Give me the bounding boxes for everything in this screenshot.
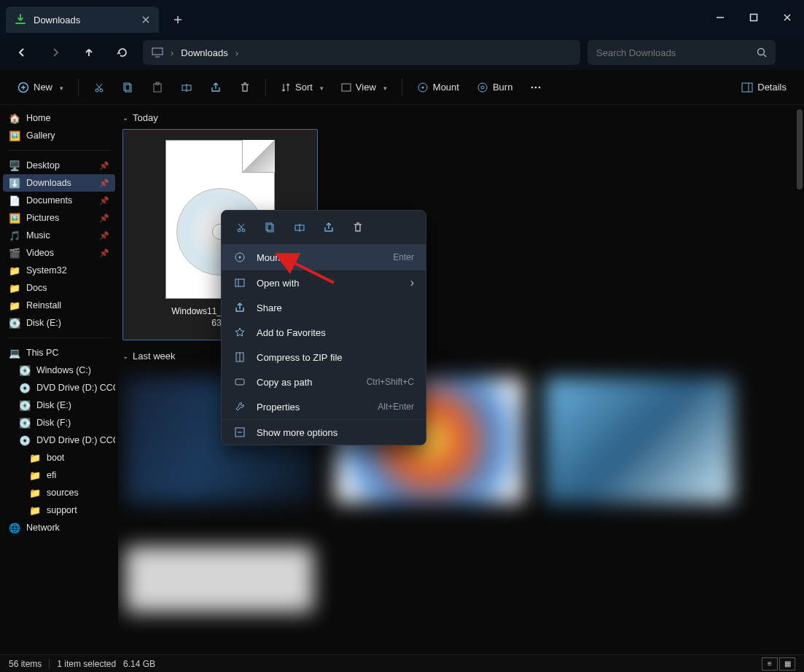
breadcrumb[interactable]: › Downloads › — [143, 40, 580, 65]
sidebar-docs[interactable]: 📁Docs — [3, 279, 115, 297]
star-icon — [233, 326, 246, 339]
maximize-button[interactable] — [737, 3, 770, 32]
pin-icon: 📌 — [99, 249, 109, 258]
svg-rect-19 — [742, 83, 752, 92]
sidebar-network[interactable]: 🌐Network — [3, 519, 115, 536]
sidebar-disk-f[interactable]: 💽Disk (F:) — [3, 414, 115, 431]
ctx-more-options[interactable]: Show more options — [222, 420, 426, 445]
view-button[interactable]: View — [334, 75, 394, 100]
scrollbar-thumb[interactable] — [797, 109, 803, 190]
sidebar-label: Documents — [26, 195, 72, 206]
search-box[interactable] — [588, 40, 776, 65]
ctx-share-button[interactable] — [319, 218, 338, 237]
ctx-label: Mount — [257, 252, 383, 263]
ctx-mount[interactable]: Mount Enter — [222, 245, 426, 270]
sidebar-gallery[interactable]: 🖼️Gallery — [3, 127, 115, 144]
sidebar-pictures[interactable]: 🖼️Pictures📌 — [3, 209, 115, 227]
downloads-icon — [15, 14, 26, 26]
sidebar-disk-e[interactable]: 💽Disk (E:) — [3, 314, 115, 332]
svg-point-14 — [478, 83, 487, 92]
icons-view-button[interactable]: ▦ — [779, 657, 795, 671]
music-icon: 🎵 — [9, 230, 20, 241]
sidebar-system32[interactable]: 📁System32 — [3, 262, 115, 279]
sidebar-desktop[interactable]: 🖥️Desktop📌 — [3, 157, 115, 174]
close-window-button[interactable] — [770, 3, 804, 32]
sidebar-dvd-d2[interactable]: 💿DVD Drive (D:) CCCC — [3, 431, 115, 449]
sidebar-label: Docs — [26, 283, 47, 293]
details-view-button[interactable]: ≡ — [762, 657, 778, 671]
wrench-icon — [233, 400, 246, 413]
chevron-right-icon[interactable]: › — [231, 47, 243, 58]
sidebar-this-pc[interactable]: 💻This PC — [3, 344, 115, 362]
back-button[interactable] — [9, 39, 35, 66]
ctx-rename-button[interactable] — [290, 218, 309, 237]
up-button[interactable] — [76, 39, 102, 66]
share-button[interactable] — [203, 75, 229, 100]
ctx-label: Copy as path — [257, 377, 356, 388]
mount-button[interactable]: Mount — [410, 75, 467, 100]
status-size: 6.14 GB — [123, 659, 155, 669]
sidebar-disk-e2[interactable]: 💽Disk (E:) — [3, 396, 115, 414]
paste-button[interactable] — [144, 75, 171, 100]
sidebar-support[interactable]: 📁support — [3, 501, 115, 519]
window-tab[interactable]: Downloads — [6, 7, 159, 33]
sidebar-label: Disk (E:) — [26, 318, 61, 328]
sidebar-label: sources — [47, 488, 79, 498]
breadcrumb-current[interactable]: Downloads — [181, 47, 227, 58]
ctx-add-favorites[interactable]: Add to Favorites — [222, 320, 426, 345]
pin-icon: 📌 — [99, 196, 109, 206]
minimize-button[interactable] — [703, 3, 737, 32]
copy-button[interactable] — [115, 75, 141, 100]
forward-button[interactable] — [42, 39, 69, 66]
sidebar-label: DVD Drive (D:) CCCC — [36, 435, 115, 445]
ctx-open-with[interactable]: Open with — [222, 270, 426, 295]
new-button[interactable]: New — [10, 75, 71, 100]
zip-icon — [233, 351, 246, 364]
folder-icon: 📁 — [29, 452, 41, 464]
ctx-share[interactable]: Share — [222, 295, 426, 320]
pin-icon: 📌 — [99, 179, 109, 188]
sidebar-sources[interactable]: 📁sources — [3, 484, 115, 501]
home-icon: 🏠 — [9, 112, 20, 124]
burn-button[interactable]: Burn — [469, 75, 520, 100]
sidebar-reinstall[interactable]: 📁Reinstall — [3, 297, 115, 314]
refresh-button[interactable] — [109, 39, 136, 66]
close-tab-icon[interactable] — [141, 15, 150, 24]
search-input[interactable] — [596, 47, 757, 58]
details-pane-button[interactable]: Details — [734, 75, 794, 100]
blurred-thumb[interactable] — [125, 547, 313, 612]
cut-button[interactable] — [86, 75, 112, 100]
sidebar-dvd-d[interactable]: 💿DVD Drive (D:) CCC — [3, 379, 115, 396]
chevron-right-icon: › — [166, 47, 178, 58]
sort-button[interactable]: Sort — [273, 75, 331, 100]
sidebar-videos[interactable]: 🎬Videos📌 — [3, 244, 115, 262]
more-button[interactable] — [523, 75, 549, 100]
delete-button[interactable] — [232, 75, 258, 100]
ctx-copy-path[interactable]: Copy as path Ctrl+Shift+C — [222, 370, 426, 394]
address-bar: › Downloads › — [0, 35, 804, 70]
context-menu: Mount Enter Open with Share Add to Favor… — [221, 210, 426, 445]
sidebar-downloads[interactable]: ⬇️Downloads📌 — [3, 174, 115, 192]
rename-button[interactable] — [173, 75, 200, 100]
search-icon[interactable] — [757, 47, 767, 58]
documents-icon: 📄 — [9, 195, 20, 206]
ctx-copy-button[interactable] — [261, 218, 280, 237]
ctx-compress-zip[interactable]: Compress to ZIP file — [222, 345, 426, 370]
sidebar-home[interactable]: 🏠Home — [3, 109, 115, 127]
sidebar-drive-c[interactable]: 💽Windows (C:) — [3, 362, 115, 379]
sidebar-music[interactable]: 🎵Music📌 — [3, 227, 115, 244]
ctx-properties[interactable]: Properties Alt+Enter — [222, 394, 426, 419]
sidebar-documents[interactable]: 📄Documents📌 — [3, 192, 115, 209]
ctx-label: Open with — [257, 278, 400, 289]
dvd-icon: 💿 — [19, 382, 31, 394]
ctx-delete-button[interactable] — [348, 218, 367, 237]
group-today[interactable]: ⌄Today — [122, 112, 797, 123]
sidebar-boot[interactable]: 📁boot — [3, 449, 115, 466]
new-tab-button[interactable] — [166, 8, 190, 31]
sidebar-label: Windows (C:) — [36, 365, 91, 375]
sidebar-efi[interactable]: 📁efi — [3, 466, 115, 484]
blurred-thumb[interactable] — [545, 378, 733, 503]
ctx-cut-button[interactable] — [232, 218, 251, 237]
svg-point-15 — [481, 86, 484, 89]
title-bar: Downloads — [0, 0, 804, 35]
